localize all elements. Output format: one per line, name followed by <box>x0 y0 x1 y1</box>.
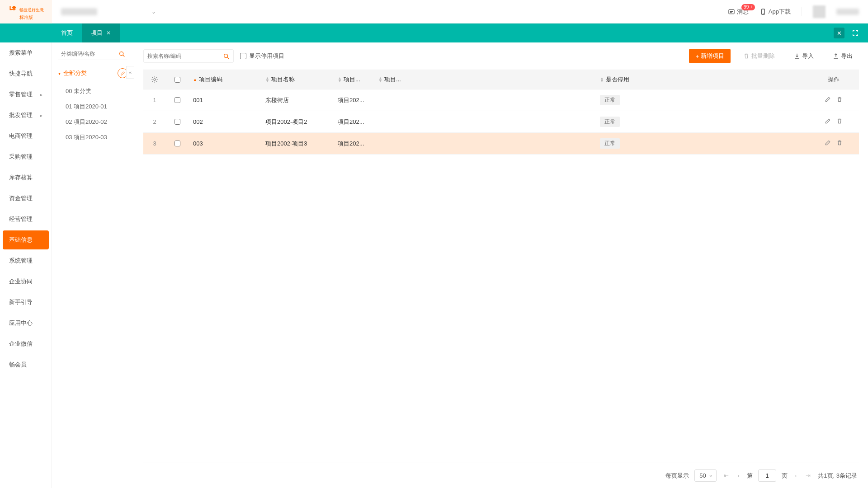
nav-inventory[interactable]: 库存核算 <box>0 167 52 188</box>
col-checkbox-all[interactable] <box>166 70 189 89</box>
org-selector[interactable]: ⌄ <box>61 8 156 15</box>
cell-c3: 项目202... <box>333 133 374 154</box>
category-item[interactable]: 03 项目2020-03 <box>52 130 134 145</box>
table-row[interactable]: 1 001 东楼街店 项目202... 正常 <box>143 89 859 111</box>
delete-icon[interactable] <box>836 140 843 147</box>
edit-icon[interactable] <box>825 140 831 147</box>
tab-project[interactable]: 项目 ✕ <box>82 23 120 42</box>
col-3[interactable]: ▲▼项目... <box>333 70 374 89</box>
messages-button[interactable]: 消息 99 + <box>728 8 749 16</box>
nav-wholesale[interactable]: 批发管理▸ <box>0 105 52 126</box>
sort-icon: ▲▼ <box>600 77 604 82</box>
category-panel: « ▾ 全部分类 00 未分类 01 项目2020-01 02 项目2020-0… <box>52 42 134 488</box>
nav-retail[interactable]: 零售管理▸ <box>0 84 52 105</box>
col-ops: 操作 <box>808 70 859 89</box>
category-item[interactable]: 01 项目2020-01 <box>52 99 134 114</box>
page-last-button[interactable]: ⇥ <box>804 472 812 479</box>
page-summary: 共1页, 3条记录 <box>818 472 857 480</box>
delete-icon[interactable] <box>836 118 843 126</box>
table-row[interactable]: 2 002 项目2002-项目2 项目202... 正常 <box>143 111 859 133</box>
import-button[interactable]: 导入 <box>788 49 820 63</box>
col-name[interactable]: ▲▼项目名称 <box>261 70 333 89</box>
col-code[interactable]: ▲项目编码 <box>189 70 261 89</box>
page-first-button[interactable]: ⇤ <box>722 472 731 479</box>
search-icon[interactable] <box>223 53 230 61</box>
nav-purchase[interactable]: 采购管理 <box>0 146 52 167</box>
left-nav: 搜索菜单 快捷导航 零售管理▸ 批发管理▸ 电商管理 采购管理 库存核算 资金管… <box>0 42 52 488</box>
plus-icon: + <box>695 53 699 60</box>
content-area: 显示停用项目 + 新增项目 批量删除 导入 导出 <box>134 42 868 488</box>
delete-icon[interactable] <box>836 96 843 104</box>
close-icon[interactable]: ✕ <box>106 30 111 36</box>
category-all-label: 全部分类 <box>63 69 87 77</box>
col-settings[interactable] <box>143 70 166 89</box>
page-suffix: 页 <box>782 472 788 480</box>
search-input[interactable] <box>143 49 234 63</box>
nav-system[interactable]: 系统管理 <box>0 250 52 271</box>
top-header: ㄶ 畅捷通好生意 标准版 ⌄ 消息 99 + App下载 <box>0 0 868 23</box>
category-item[interactable]: 00 未分类 <box>52 84 134 99</box>
checkbox[interactable] <box>240 53 246 59</box>
svg-point-4 <box>154 79 156 80</box>
tab-home-label: 首页 <box>61 29 73 37</box>
nav-appcenter[interactable]: 应用中心 <box>0 313 52 333</box>
batch-delete-button[interactable]: 批量删除 <box>737 49 781 63</box>
show-disabled-checkbox[interactable]: 显示停用项目 <box>240 52 284 60</box>
nav-member[interactable]: 畅会员 <box>0 354 52 375</box>
collapse-panel-button[interactable]: « <box>126 66 134 79</box>
page-input[interactable] <box>758 469 776 482</box>
table-row[interactable]: 3 003 项目2002-项目3 项目202... 正常 <box>143 133 859 155</box>
fullscreen-icon <box>852 29 859 37</box>
export-button[interactable]: 导出 <box>826 49 859 63</box>
page-prefix: 第 <box>747 472 753 480</box>
cell-c4 <box>374 89 595 111</box>
nav-fund[interactable]: 资金管理 <box>0 188 52 209</box>
page-size-select[interactable]: 50 <box>694 469 716 482</box>
avatar[interactable] <box>813 5 826 18</box>
col-status[interactable]: ▲▼是否停用 <box>595 70 808 89</box>
search-icon[interactable] <box>118 51 126 59</box>
tab-home[interactable]: 首页 <box>52 23 82 42</box>
org-name-blurred <box>61 8 97 15</box>
show-disabled-label: 显示停用项目 <box>249 52 284 60</box>
import-icon <box>794 53 800 59</box>
app-download-button[interactable]: App下载 <box>760 8 791 16</box>
export-label: 导出 <box>841 52 853 60</box>
row-checkbox[interactable] <box>175 141 180 146</box>
status-badge: 正常 <box>600 138 620 149</box>
nav-base-info[interactable]: 基础信息 <box>3 230 49 249</box>
nav-corp[interactable]: 企业协同 <box>0 271 52 292</box>
page-next-button[interactable]: › <box>793 472 798 479</box>
gear-icon <box>151 76 158 83</box>
edit-icon[interactable] <box>825 96 831 104</box>
fullscreen-button[interactable] <box>850 28 861 38</box>
row-checkbox[interactable] <box>175 97 180 103</box>
tab-close-all-button[interactable]: ✕ <box>834 28 844 38</box>
nav-quick[interactable]: 快捷导航 <box>0 63 52 84</box>
per-page-label: 每页显示 <box>665 472 689 480</box>
cell-code: 002 <box>189 111 261 132</box>
col-4[interactable]: ▲▼项目... <box>374 70 595 89</box>
cell-code: 003 <box>189 133 261 154</box>
pagination: 每页显示 50 ⇤ ‹ 第 页 › ⇥ 共1页, 3条记录 <box>143 463 859 488</box>
category-item[interactable]: 02 项目2020-02 <box>52 114 134 130</box>
category-all[interactable]: ▾ 全部分类 <box>52 65 134 82</box>
chevron-down-icon: ⌄ <box>151 9 156 15</box>
row-index: 3 <box>153 140 156 147</box>
page-prev-button[interactable]: ‹ <box>736 472 741 479</box>
checkbox[interactable] <box>175 77 180 83</box>
nav-guide[interactable]: 新手引导 <box>0 292 52 313</box>
cell-c4 <box>374 111 595 132</box>
logo-icon: ㄶ 畅捷通好生意 <box>8 2 44 14</box>
edit-icon[interactable] <box>825 118 831 126</box>
cell-c3: 项目202... <box>333 111 374 132</box>
trash-icon <box>743 53 750 59</box>
nav-operate[interactable]: 经营管理 <box>0 209 52 230</box>
category-search-input[interactable] <box>58 48 127 60</box>
add-project-button[interactable]: + 新增项目 <box>689 49 731 63</box>
nav-wecom[interactable]: 企业微信 <box>0 333 52 354</box>
brand-logo: ㄶ 畅捷通好生意 标准版 <box>0 0 52 23</box>
nav-search-menu[interactable]: 搜索菜单 <box>0 42 52 63</box>
nav-ecom[interactable]: 电商管理 <box>0 126 52 146</box>
row-checkbox[interactable] <box>175 119 180 125</box>
